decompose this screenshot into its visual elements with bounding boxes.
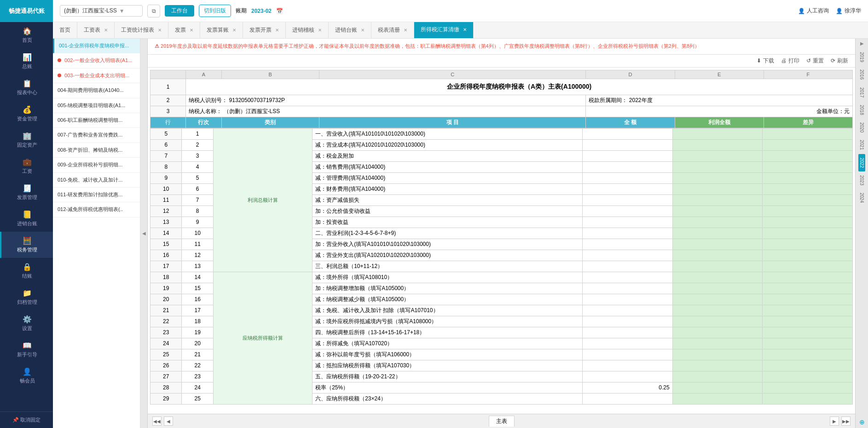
workspace-button[interactable]: 工作台 — [165, 5, 194, 17]
timeline-2024[interactable]: 2024 — [858, 189, 865, 206]
tab-tax-clear[interactable]: 税表清册 ✕ — [371, 22, 414, 39]
report-item-007[interactable]: 007-广告费和业务宣传费跌... — [53, 128, 140, 143]
timeline-2018[interactable]: 2018 — [858, 101, 865, 119]
download-btn[interactable]: ⬇ 下载 — [757, 57, 774, 65]
sidebar-item-invoice[interactable]: 🧾 发票管理 — [0, 179, 53, 205]
report-item-005[interactable]: 005-纳税调整项目明细表(A1... — [53, 98, 140, 113]
timeline-2021[interactable]: 2021 — [858, 136, 865, 154]
report-toolbar: ⬇ 下载 🖨 打印 ↺ 重置 ⟳ 刷新 — [148, 55, 855, 68]
error-dot — [58, 58, 61, 62]
report-item-009[interactable]: 009-企业所得税补亏损明细... — [53, 158, 140, 172]
collapse-panel-btn[interactable]: ◀ — [140, 39, 148, 428]
close-tab-sales-ledger[interactable]: ✕ — [361, 28, 365, 33]
period-label: 税款所属期间： — [589, 97, 627, 103]
nav-first-btn[interactable]: ◀◀ — [152, 417, 162, 426]
col-header-leibie: 类别 — [221, 117, 319, 128]
ai-consult-btn[interactable]: 👤 人工咨询 — [798, 7, 829, 15]
report-list-panel: 001-企业所得税年度纳税申报... 002-一般企业收入明细表(A1... 0… — [53, 39, 140, 428]
pin-btn[interactable]: 📌 取消固定 — [12, 417, 41, 423]
fixed-asset-icon: 🏢 — [23, 131, 32, 140]
tax-id-row: 2 纳税人识别号： 91320500703719732P 税款所属期间： 202… — [150, 95, 853, 106]
ai-icon: 👤 — [798, 8, 805, 14]
report-item-001[interactable]: 001-企业所得税年度纳税申报... — [53, 39, 140, 53]
tab-invoice-calc[interactable]: 发票算账 ✕ — [200, 22, 243, 39]
report-item-002[interactable]: 002-一般企业收入明细表(A1... — [53, 53, 140, 68]
sidebar-item-sales-ledger[interactable]: 📒 进销台账 — [0, 205, 53, 232]
refresh-btn[interactable]: ⟳ 刷新 — [831, 57, 848, 65]
ledger-icon: 📊 — [23, 53, 32, 62]
sidebar-item-member[interactable]: 👤 畅会员 — [0, 363, 53, 389]
table-row: 51利润总额计算一、营业收入(填写A101010\101020\103000) — [150, 128, 853, 139]
close-tab-invoice[interactable]: ✕ — [190, 28, 193, 33]
content-area: 001-企业所得税年度纳税申报... 002-一般企业收入明细表(A1... 0… — [53, 39, 868, 428]
sheet-tab-main[interactable]: 主表 — [489, 416, 515, 427]
close-tab-salary[interactable]: ✕ — [104, 28, 108, 33]
sidebar-item-archive[interactable]: 📁 归档管理 — [0, 284, 53, 310]
col-header-xiangmu: 项 目 — [319, 117, 586, 128]
sidebar-item-home[interactable]: 🏠 首页 — [0, 22, 53, 48]
sidebar-item-salary[interactable]: 💼 工资 — [0, 153, 53, 179]
tab-salary-report[interactable]: 工资统计报表 ✕ — [115, 22, 168, 39]
timeline-2023[interactable]: 2023 — [858, 171, 865, 189]
reset-btn[interactable]: ↺ 重置 — [806, 57, 824, 65]
sidebar-item-close[interactable]: 🔒 结账 — [0, 258, 53, 284]
company-selector[interactable]: (勿删）江西服宝-LSS ▼ — [60, 5, 143, 17]
report-item-011[interactable]: 011-研发费用加计扣除优惠... — [53, 188, 140, 202]
print-btn[interactable]: 🖨 打印 — [781, 57, 799, 65]
timeline-2020[interactable]: 2020 — [858, 119, 865, 136]
timeline-panel: ▶ 2019 2016 2017 2018 2020 2021 2022 202… — [855, 39, 868, 428]
tab-invoice[interactable]: 发票 ✕ — [168, 22, 200, 39]
timeline-expand-btn[interactable]: ▶ — [860, 41, 864, 46]
table-container[interactable]: A B C D E F 1 企业所得税年度纳税申报表（A类）主表(A100000… — [148, 68, 855, 414]
tab-sales-audit[interactable]: 进销稽核 ✕ — [286, 22, 329, 39]
tab-tax-settlement[interactable]: 所得税汇算清缴 ✕ — [414, 22, 474, 39]
sidebar-item-asset-mgmt[interactable]: 💰 资金管理 — [0, 101, 53, 127]
tab-salary[interactable]: 工资表 ✕ — [77, 22, 115, 39]
timeline-2019[interactable]: 2019 — [858, 48, 865, 66]
tab-sales-ledger[interactable]: 进销台账 ✕ — [329, 22, 371, 39]
period-label: 账期 — [236, 7, 247, 15]
sidebar-item-fixed-asset[interactable]: 🏢 固定资产 — [0, 127, 53, 153]
report-item-004[interactable]: 004-期间费用明细表(A1040... — [53, 83, 140, 98]
nav-last-btn[interactable]: ▶▶ — [841, 417, 851, 426]
close-tab-invoice-open[interactable]: ✕ — [275, 28, 279, 33]
col-header-hangci: 行次 — [186, 117, 221, 128]
sidebar-item-tax-mgmt[interactable]: 🧮 税务管理 — [0, 232, 53, 258]
report-table: A B C D E F 1 企业所得税年度纳税申报表（A类）主表(A100000… — [150, 70, 853, 128]
report-item-008[interactable]: 008-资产折旧、摊销及纳税... — [53, 143, 140, 158]
switch-old-button[interactable]: 切到旧版 — [199, 5, 231, 17]
timeline-2022[interactable]: 2022 — [858, 154, 865, 171]
tab-home[interactable]: 首页 — [53, 22, 77, 39]
guide-icon: 📖 — [23, 341, 32, 350]
period-value: 2022年度 — [629, 97, 653, 103]
close-tab-invoice-calc[interactable]: ✕ — [232, 28, 236, 33]
close-tab-tax-settlement[interactable]: ✕ — [463, 27, 467, 32]
close-tab-tax-clear[interactable]: ✕ — [404, 28, 407, 33]
pin-icon: 📌 — [12, 417, 19, 423]
nav-prev-btn[interactable]: ◀ — [164, 417, 173, 426]
invoice-icon: 🧾 — [23, 184, 32, 193]
salary-icon: 💼 — [23, 158, 32, 166]
timeline-2016[interactable]: 2016 — [858, 66, 865, 83]
company-value: （勿删）江西服宝-LSS — [224, 108, 280, 114]
timeline-bottom-btn[interactable]: ⊕ — [859, 418, 865, 426]
user-profile-btn[interactable]: 👤 徐淳华 — [836, 7, 861, 15]
timeline-2017[interactable]: 2017 — [858, 84, 865, 101]
report-item-006[interactable]: 006-职工薪酬纳税调整明细... — [53, 113, 140, 128]
report-item-012[interactable]: 012-减免所得税优惠明细表(.. — [53, 202, 140, 217]
close-tab-sales-audit[interactable]: ✕ — [318, 28, 322, 33]
print-icon: 🖨 — [781, 57, 787, 64]
report-item-010[interactable]: 010-免税、减计收入及加计... — [53, 173, 140, 188]
nav-next-btn[interactable]: ▶ — [830, 417, 839, 426]
sidebar-item-guide[interactable]: 📖 新手引导 — [0, 337, 53, 363]
top-bar: (勿删）江西服宝-LSS ▼ ⧉ 工作台 切到旧版 账期 2023-02 📅 👤… — [53, 0, 868, 22]
tab-invoice-open[interactable]: 发票开票 ✕ — [243, 22, 286, 39]
report-item-003[interactable]: 003-一般企业成本支出明细... — [53, 68, 140, 83]
sidebar-item-report[interactable]: 📋 报表中心 — [0, 74, 53, 101]
sidebar-item-ledger[interactable]: 📊 总账 — [0, 48, 53, 74]
company-row: 3 纳税人名称： （勿删）江西服宝-LSS 金额单位：元 — [150, 106, 853, 117]
sidebar-item-settings[interactable]: ⚙️ 设置 — [0, 310, 53, 337]
copy-icon-btn[interactable]: ⧉ — [147, 5, 160, 17]
close-tab-salary-report[interactable]: ✕ — [158, 28, 162, 33]
report-title: 企业所得税年度纳税申报表（A类）主表(A100000) — [186, 79, 853, 95]
